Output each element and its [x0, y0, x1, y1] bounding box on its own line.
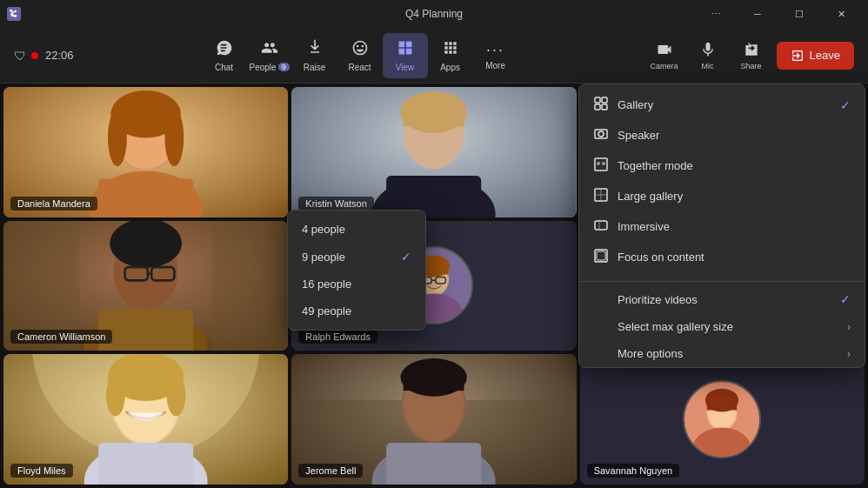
more-options-arrow: ›: [847, 348, 851, 360]
speaker-menu-icon: [593, 127, 609, 144]
more-label: More: [485, 61, 505, 70]
title-bar: Q4 Planning ⋯ ─ ☐ ✕: [0, 0, 868, 28]
menu-item-speaker[interactable]: Speaker: [579, 120, 865, 150]
video-tile-kristin: Kristin Watson: [291, 87, 576, 217]
svg-point-23: [153, 227, 180, 254]
video-tile-jerome: Jerome Bell: [291, 354, 576, 485]
toolbar: 🛡 22:06 Chat People 9: [0, 28, 868, 84]
chat-label: Chat: [215, 63, 233, 72]
menu-item-large-gallery[interactable]: Large gallery: [579, 181, 865, 211]
share-button[interactable]: Share: [733, 37, 770, 74]
teams-app-icon: [7, 7, 21, 21]
raise-button[interactable]: Raise: [292, 33, 337, 78]
gallery-check: ✓: [840, 98, 851, 112]
gallery-size-label: Select max gallery size: [618, 320, 733, 333]
mic-label: Mic: [702, 62, 714, 70]
svg-rect-74: [602, 104, 607, 110]
svg-rect-69: [707, 400, 737, 410]
menu-item-prioritize[interactable]: Prioritize videos ✓: [579, 285, 865, 313]
close-btn[interactable]: ✕: [821, 0, 861, 28]
gallery-size-4-label: 4 people: [302, 223, 345, 236]
apps-label: Apps: [440, 63, 460, 72]
chat-icon: [216, 39, 233, 61]
svg-point-76: [598, 131, 604, 137]
menu-item-focus[interactable]: Focus on content: [579, 242, 865, 272]
svg-point-54: [167, 375, 186, 417]
minimize-btn[interactable]: ─: [738, 0, 778, 28]
chat-button[interactable]: Chat: [202, 33, 247, 78]
maximize-btn[interactable]: ☐: [779, 0, 819, 28]
people-button[interactable]: People 9: [247, 33, 292, 78]
apps-button[interactable]: Apps: [428, 33, 473, 78]
gallery-size-9-label: 9 people: [302, 251, 345, 264]
name-tag-kristin: Kristin Watson: [298, 197, 374, 211]
svg-rect-8: [98, 178, 193, 217]
camera-label: Camera: [651, 62, 678, 70]
react-button[interactable]: React: [337, 33, 383, 78]
view-menu-section: Gallery ✓ Speaker Together mode: [579, 84, 865, 277]
svg-point-79: [602, 162, 605, 165]
share-icon: [743, 41, 760, 60]
menu-item-gallery-size[interactable]: Select max gallery size ›: [579, 313, 865, 340]
focus-menu-icon: [593, 249, 609, 265]
immersive-label: Immersive: [618, 220, 670, 233]
large-gallery-label: Large gallery: [618, 190, 683, 203]
svg-point-5: [108, 110, 127, 166]
menu-item-more-options[interactable]: More options ›: [579, 340, 865, 367]
menu-item-immersive[interactable]: Immersive: [579, 211, 865, 242]
name-tag-daniela: Daniela Mandera: [10, 197, 97, 211]
gallery-size-16-label: 16 people: [302, 277, 351, 291]
leave-label: Leave: [810, 49, 840, 62]
prioritize-check: ✓: [840, 292, 851, 306]
gallery-size-submenu: 4 people 9 people ✓ 16 people 49 people: [287, 210, 426, 331]
video-tile-floyd: Floyd Miles: [3, 354, 288, 485]
immersive-menu-icon: [593, 218, 609, 235]
recording-indicator: [31, 52, 38, 59]
menu-item-together[interactable]: Together mode: [579, 150, 865, 181]
main-content: Daniela Mandera: [0, 84, 868, 488]
people-icon: [261, 39, 278, 61]
mic-button[interactable]: Mic: [690, 37, 726, 74]
speaker-label: Speaker: [618, 129, 659, 142]
more-button[interactable]: ··· More: [473, 33, 518, 78]
name-tag-cameron: Cameron Williamson: [10, 330, 112, 344]
meeting-title: Q4 Planning: [405, 8, 463, 20]
camera-button[interactable]: Camera: [646, 37, 683, 74]
together-label: Together mode: [618, 159, 693, 172]
name-tag-floyd: Floyd Miles: [10, 464, 73, 478]
svg-rect-28: [98, 310, 193, 351]
gallery-size-9[interactable]: 9 people ✓: [288, 243, 425, 271]
toolbar-center: Chat People 9 Raise: [202, 33, 518, 78]
leave-button[interactable]: Leave: [777, 42, 854, 70]
svg-rect-72: [602, 97, 607, 103]
gallery-size-16[interactable]: 16 people: [288, 271, 425, 297]
video-tile-cameron: Cameron Williamson: [3, 221, 288, 351]
raise-label: Raise: [304, 63, 326, 72]
mic-icon: [699, 41, 717, 60]
gallery-menu-icon: [593, 97, 609, 113]
name-tag-savannah: Savannah Nguyen: [587, 464, 680, 478]
svg-rect-77: [595, 158, 607, 170]
menu-item-gallery[interactable]: Gallery ✓: [579, 90, 865, 120]
chat-btn-wrap: Chat: [202, 33, 247, 78]
svg-rect-71: [595, 97, 600, 103]
gallery-label: Gallery: [618, 98, 653, 111]
gallery-size-4[interactable]: 4 people: [288, 216, 425, 243]
people-label: People: [249, 63, 276, 72]
more-icon: ···: [486, 41, 504, 59]
react-icon: [351, 39, 369, 61]
react-label: React: [349, 63, 371, 72]
svg-point-22: [111, 227, 138, 254]
svg-rect-62: [404, 378, 464, 391]
svg-rect-19: [212, 221, 288, 351]
view-button[interactable]: View: [383, 33, 428, 78]
svg-point-78: [597, 162, 600, 165]
gallery-size-49[interactable]: 49 people: [288, 297, 425, 324]
toolbar-right: Camera Mic Share Leave: [646, 37, 854, 74]
svg-rect-12: [404, 112, 464, 126]
video-tile-savannah: Savannah Nguyen: [580, 354, 865, 485]
people-badge: 9: [278, 63, 290, 71]
svg-rect-86: [597, 251, 605, 260]
more-options-btn[interactable]: ⋯: [696, 0, 736, 28]
svg-rect-56: [98, 443, 193, 485]
